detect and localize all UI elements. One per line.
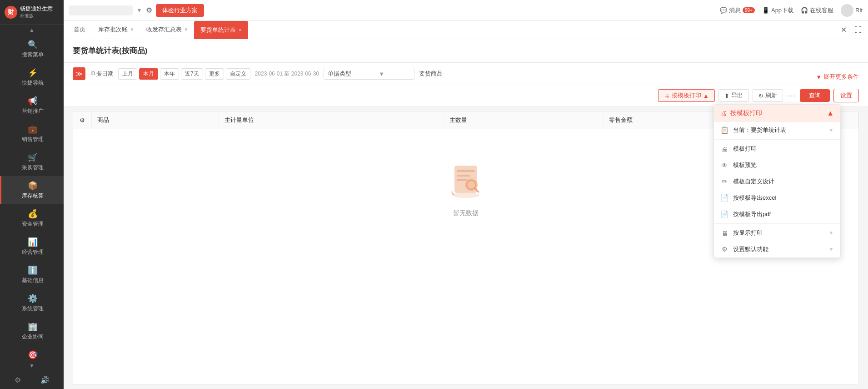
sidebar-item-operation[interactable]: 📊 经营管理 — [0, 232, 64, 261]
more-actions-icon[interactable]: ··· — [787, 91, 796, 101]
tab-batch-label: 库存批次账 — [98, 25, 128, 34]
document-type-select[interactable]: 单据类型 ▼ — [324, 68, 414, 80]
date-current-month-btn[interactable]: 本月 — [139, 68, 158, 80]
expand-conditions-btn[interactable]: ▼ 展开更多条件 — [816, 73, 859, 81]
query-btn[interactable]: 查询 — [800, 89, 830, 102]
tab-home[interactable]: 首页 — [67, 21, 92, 39]
sidebar-item-marketing[interactable]: 📢 营销推广 — [0, 91, 64, 120]
topbar-actions: 💬 消息 99+ 📱 App下载 🎧 在线客服 Rit — [720, 4, 863, 17]
user-name: Rit — [855, 7, 863, 14]
sidebar-item-label: 营销推广 — [22, 107, 44, 115]
sidebar-item-sales[interactable]: 💼 销售管理 — [0, 120, 64, 148]
online-service-label: 在线客服 — [810, 6, 833, 15]
refresh-btn[interactable]: ↻ 刷新 — [753, 89, 783, 102]
message-action[interactable]: 💬 消息 99+ — [720, 6, 755, 15]
dropdown-header: 🖨 按模板打印 ▲ — [714, 105, 840, 122]
svg-rect-2 — [457, 170, 475, 172]
document-type-chevron-icon: ▼ — [379, 71, 384, 77]
tab-demand[interactable]: 要货单统计表 × — [194, 21, 248, 39]
sidebar-item-purchase[interactable]: 🛒 采购管理 — [0, 148, 64, 176]
table-settings-btn[interactable]: 设置 — [833, 89, 859, 102]
sidebar-item-enterprise[interactable]: 🏢 企业协同 — [0, 317, 64, 345]
operation-icon: 📊 — [28, 237, 38, 247]
sidebar-item-label: 企业协同 — [22, 333, 44, 341]
svg-point-0 — [452, 192, 479, 198]
page-title: 要货单统计表(按商品) — [73, 45, 859, 56]
online-service-action[interactable]: 🎧 在线客服 — [801, 6, 833, 15]
tab-close-window-btn[interactable]: ✕ — [837, 24, 850, 36]
tabs-right-actions: ✕ ⛶ — [837, 24, 864, 36]
dropdown-current-template[interactable]: 📋 当前：要货单统计表 ▼ — [714, 122, 840, 138]
toolbar: 🖨 按模板打印 ▲ ⬆ 导出 ↻ 刷新 ··· 查询 设置 🖨 按模板打印 — [64, 85, 868, 106]
topbar-search-input[interactable] — [69, 5, 133, 15]
sidebar-item-inventory[interactable]: 📦 库存核算 — [0, 176, 64, 204]
app-download-icon: 📱 — [762, 7, 769, 14]
dropdown-item-default-func[interactable]: ⚙ 设置默认功能 ▼ — [714, 241, 840, 258]
sidebar-item-search[interactable]: 🔍 搜索菜单 — [0, 35, 64, 63]
dropdown-divider-2 — [714, 223, 840, 224]
app-download-action[interactable]: 📱 App下载 — [762, 6, 793, 15]
date-range-display: 2023-06-01 至 2023-06-30 — [255, 70, 319, 78]
sidebar-item-label: 采购管理 — [22, 164, 44, 172]
sound-footer-icon[interactable]: 🔊 — [40, 376, 50, 384]
dropdown-item-template-preview[interactable]: 👁 模板预览 — [714, 157, 840, 173]
sidebar-footer: ⚙ 🔊 — [0, 371, 64, 389]
newbie-icon: 🎯 — [28, 350, 38, 360]
shortcut-icon: ⚡ — [28, 68, 38, 78]
tab-demand-close[interactable]: × — [239, 27, 242, 33]
user-avatar-action[interactable]: Rit — [841, 4, 863, 17]
tab-batch[interactable]: 库存批次账 × — [92, 21, 140, 39]
export-icon: ⬆ — [724, 92, 729, 99]
dropdown-item-export-excel[interactable]: 📄 按模板导出excel — [714, 190, 840, 206]
date-current-year-btn[interactable]: 本年 — [160, 68, 179, 80]
col-quantity: 主数量 — [444, 111, 604, 129]
display-print-icon: 🖥 — [720, 229, 728, 237]
tab-batch-close[interactable]: × — [130, 26, 134, 33]
app-version: 标准版 — [20, 13, 53, 19]
col-unit: 主计量单位 — [219, 111, 444, 129]
sidebar-item-label: 快捷导航 — [22, 79, 44, 87]
sidebar-item-system[interactable]: ⚙️ 系统管理 — [0, 289, 64, 317]
dropdown-item-export-pdf[interactable]: 📄 按模板导出pdf — [714, 206, 840, 222]
sidebar-item-shortcut[interactable]: ⚡ 快捷导航 — [0, 63, 64, 91]
sidebar-item-basic[interactable]: ℹ️ 基础信息 — [0, 261, 64, 289]
date-more-btn[interactable]: 更多 — [205, 68, 224, 80]
default-func-icon: ⚙ — [720, 245, 728, 253]
dropdown-header-label: 按模板打印 — [730, 109, 762, 117]
enterprise-icon: 🏢 — [28, 322, 38, 332]
export-btn[interactable]: ⬆ 导出 — [718, 89, 749, 102]
sidebar-item-label: 搜索菜单 — [22, 51, 44, 59]
dropdown-collapse-icon[interactable]: ▲ — [827, 109, 834, 117]
dropdown-item-template-design[interactable]: ✏ 模板自定义设计 — [714, 173, 840, 190]
sidebar-item-newbie[interactable]: 🎯 新手引导 — [0, 345, 64, 361]
settings-footer-icon[interactable]: ⚙ — [15, 376, 21, 384]
sidebar-scroll-down[interactable]: ▼ — [0, 361, 64, 371]
demand-goods-label: 要货商品 — [419, 70, 443, 78]
trial-button[interactable]: 体验行业方案 — [156, 4, 204, 17]
topbar-chevron-icon[interactable]: ▼ — [136, 7, 142, 14]
sidebar-scroll-up[interactable]: ▲ — [0, 25, 64, 35]
tab-expand-btn[interactable]: ⛶ — [852, 24, 864, 36]
sidebar-item-finance[interactable]: 💰 资金管理 — [0, 204, 64, 232]
empty-illustration — [443, 157, 489, 202]
col-settings[interactable]: ⚙ — [73, 111, 91, 129]
display-print-label: 按显示打印 — [733, 229, 763, 237]
topbar-settings-icon[interactable]: ⚙ — [146, 6, 152, 15]
dropdown-item-template-print[interactable]: 🖨 模板打印 — [714, 141, 840, 157]
col-goods: 商品 — [91, 111, 219, 129]
document-type-label: 单据类型 — [328, 70, 351, 78]
date-custom-btn[interactable]: 自定义 — [226, 68, 250, 80]
date-prev-month-btn[interactable]: 上月 — [118, 68, 137, 80]
sidebar-item-label: 系统管理 — [22, 305, 44, 313]
service-icon: 🎧 — [801, 7, 808, 14]
sidebar-item-label: 基础信息 — [22, 277, 44, 284]
tab-collection[interactable]: 收发存汇总表 × — [140, 21, 194, 39]
dropdown-item-display-print[interactable]: 🖥 按显示打印 ▼ — [714, 225, 840, 241]
print-template-btn[interactable]: 🖨 按模板打印 ▲ — [658, 89, 715, 102]
template-print-label: 模板打印 — [733, 145, 757, 153]
template-print-icon: 🖨 — [720, 145, 728, 153]
tab-collection-close[interactable]: × — [185, 26, 188, 33]
filter-expand-button[interactable]: ≫ — [73, 67, 85, 80]
date-7days-btn[interactable]: 近7天 — [181, 68, 203, 80]
page-header: 要货单统计表(按商品) — [64, 39, 868, 63]
